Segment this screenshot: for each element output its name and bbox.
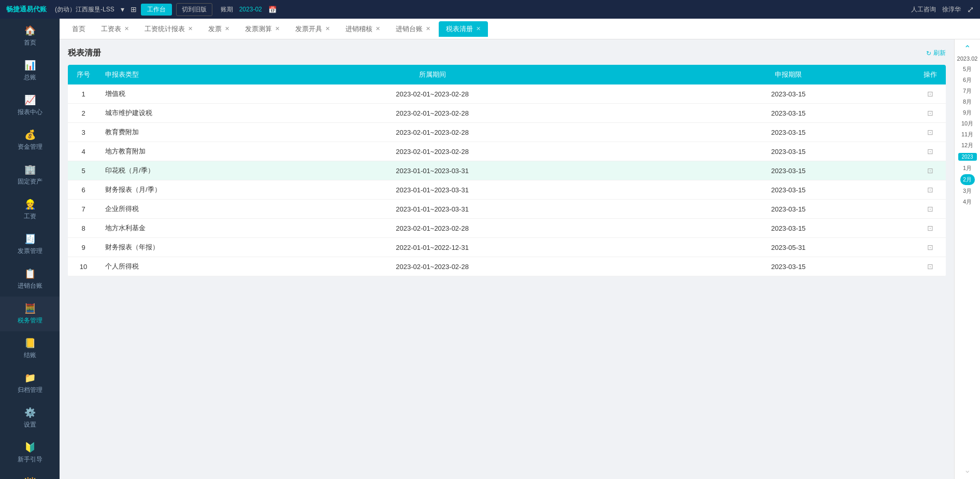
cell-period: 2023-02-01~2023-02-28 — [203, 84, 662, 104]
cell-action[interactable]: ⊡ — [915, 104, 946, 123]
table-row: 8 地方水利基金 2023-02-01~2023-02-28 2023-03-1… — [68, 219, 946, 238]
year-label[interactable]: 2023 — [958, 153, 977, 161]
month-item[interactable]: 7月 — [958, 86, 977, 96]
workbench-button[interactable]: 工作台 — [141, 4, 172, 16]
tab-sales-audit-close[interactable]: ✕ — [376, 25, 380, 32]
action-icon[interactable]: ⊡ — [927, 166, 933, 175]
sidebar-item-home[interactable]: 🏠 首页 — [0, 19, 60, 53]
tab-tax-register[interactable]: 税表清册 ✕ — [439, 21, 488, 37]
fullscreen-icon[interactable]: ⤢ — [967, 5, 974, 15]
tab-tax-register-close[interactable]: ✕ — [476, 25, 481, 32]
sidebar-label-invoice: 发票管理 — [18, 247, 42, 256]
cell-deadline: 2023-03-15 — [662, 84, 915, 104]
tab-invoice[interactable]: 发票 ✕ — [201, 21, 237, 37]
month-item[interactable]: 1月 — [958, 163, 977, 174]
support-link[interactable]: 人工咨询 — [911, 5, 936, 14]
tab-invoice-calc-close[interactable]: ✕ — [275, 25, 280, 32]
sidebar-label-guide: 新手引导 — [18, 455, 42, 464]
cell-action[interactable]: ⊡ — [915, 180, 946, 200]
sidebar-item-close[interactable]: 📒 结账 — [0, 331, 60, 366]
cell-action[interactable]: ⊡ — [915, 257, 946, 276]
cell-deadline: 2023-03-15 — [662, 123, 915, 142]
refresh-button[interactable]: ↻ 刷新 — [926, 49, 946, 58]
panel-scroll-up[interactable]: ⌃ — [964, 44, 971, 53]
panel-scroll-down[interactable]: ⌄ — [964, 465, 971, 475]
top-bar-right: 人工咨询 徐淳华 ⤢ — [911, 5, 974, 15]
page-header: 税表清册 ↻ 刷新 — [68, 48, 946, 59]
tab-sales-ledger[interactable]: 进销台账 ✕ — [388, 21, 438, 37]
month-item[interactable]: 5月 — [958, 64, 977, 75]
action-icon[interactable]: ⊡ — [927, 243, 933, 251]
cell-action[interactable]: ⊡ — [915, 142, 946, 161]
tab-invoice-calc-label: 发票测算 — [245, 24, 272, 34]
table-row: 1 增值税 2023-02-01~2023-02-28 2023-03-15 ⊡ — [68, 84, 946, 104]
month-item[interactable]: 6月 — [958, 75, 977, 86]
cell-action[interactable]: ⊡ — [915, 161, 946, 180]
tab-invoice-close[interactable]: ✕ — [225, 25, 229, 32]
tab-invoice-calc[interactable]: 发票测算 ✕ — [238, 21, 287, 37]
sidebar-label-close: 结账 — [24, 351, 36, 360]
payroll-icon: 👷 — [24, 199, 36, 210]
sidebar-item-invoice[interactable]: 🧾 发票管理 — [0, 227, 60, 262]
cell-action[interactable]: ⊡ — [915, 219, 946, 238]
month-item[interactable]: 4月 — [958, 196, 977, 207]
action-icon[interactable]: ⊡ — [927, 262, 933, 271]
sidebar-item-reports[interactable]: 📈 报表中心 — [0, 88, 60, 123]
tab-payroll-report[interactable]: 工资统计报表 ✕ — [137, 21, 200, 37]
cell-period: 2023-02-01~2023-02-28 — [203, 257, 662, 276]
user-menu[interactable]: 徐淳华 — [942, 5, 961, 14]
action-icon[interactable]: ⊡ — [927, 147, 933, 156]
tab-home[interactable]: 首页 — [65, 21, 93, 37]
calendar-icon[interactable]: 📅 — [268, 6, 277, 13]
tab-sales-audit[interactable]: 进销稽核 ✕ — [338, 21, 387, 37]
col-header-id: 序号 — [68, 65, 99, 84]
month-item[interactable]: 3月 — [958, 186, 977, 196]
cell-period: 2023-01-01~2023-03-31 — [203, 161, 662, 180]
cell-action[interactable]: ⊡ — [915, 238, 946, 257]
cell-action[interactable]: ⊡ — [915, 84, 946, 104]
month-item[interactable]: 11月 — [958, 129, 977, 140]
col-header-period: 所属期间 — [203, 65, 662, 84]
cell-id: 2 — [68, 104, 99, 123]
month-item[interactable]: 12月 — [958, 140, 977, 151]
tab-payroll-close[interactable]: ✕ — [124, 25, 129, 32]
action-icon[interactable]: ⊡ — [927, 109, 933, 117]
sidebar-item-sales[interactable]: 📋 进销台账 — [0, 262, 60, 297]
tab-sales-ledger-close[interactable]: ✕ — [426, 25, 430, 32]
table-row: 4 地方教育附加 2023-02-01~2023-02-28 2023-03-1… — [68, 142, 946, 161]
switch-button[interactable]: 切到旧版 — [176, 3, 212, 16]
month-item[interactable]: 10月 — [958, 118, 977, 129]
action-icon[interactable]: ⊡ — [927, 205, 933, 213]
sidebar-item-vip[interactable]: 👑 畅会员 — [0, 470, 60, 479]
sidebar-item-ledger[interactable]: 📊 总账 — [0, 53, 60, 88]
copy-icon[interactable]: ⊞ — [131, 5, 137, 13]
dropdown-icon[interactable]: ▾ — [121, 5, 124, 13]
cell-id: 10 — [68, 257, 99, 276]
table-row: 6 财务报表（月/季） 2023-01-01~2023-03-31 2023-0… — [68, 180, 946, 200]
cell-period: 2023-02-01~2023-02-28 — [203, 142, 662, 161]
sidebar-item-tax[interactable]: 🧮 税务管理 — [0, 297, 60, 331]
month-item-active[interactable]: 2月 — [960, 174, 975, 185]
sidebar-item-assets[interactable]: 🏢 固定资产 — [0, 158, 60, 192]
cell-period: 2022-01-01~2022-12-31 — [203, 238, 662, 257]
action-icon[interactable]: ⊡ — [927, 186, 933, 194]
cell-type: 增值税 — [99, 84, 203, 104]
action-icon[interactable]: ⊡ — [927, 224, 933, 232]
action-icon[interactable]: ⊡ — [927, 128, 933, 136]
action-icon[interactable]: ⊡ — [927, 90, 933, 98]
tab-invoice-issue[interactable]: 发票开具 ✕ — [288, 21, 337, 37]
cell-action[interactable]: ⊡ — [915, 200, 946, 219]
period-value: 2023-02 — [239, 6, 262, 13]
month-item[interactable]: 9月 — [958, 107, 977, 118]
tab-payroll[interactable]: 工资表 ✕ — [94, 21, 136, 37]
month-item[interactable]: 8月 — [958, 96, 977, 107]
tab-invoice-issue-close[interactable]: ✕ — [325, 25, 330, 32]
tab-payroll-report-close[interactable]: ✕ — [188, 25, 193, 32]
sidebar-item-archive[interactable]: 📁 归档管理 — [0, 366, 60, 401]
sidebar-item-guide[interactable]: 🔰 新手引导 — [0, 435, 60, 470]
cell-type: 地方教育附加 — [99, 142, 203, 161]
sidebar-item-payroll[interactable]: 👷 工资 — [0, 192, 60, 227]
sidebar-item-funds[interactable]: 💰 资金管理 — [0, 123, 60, 158]
cell-action[interactable]: ⊡ — [915, 123, 946, 142]
sidebar-item-settings[interactable]: ⚙️ 设置 — [0, 401, 60, 435]
